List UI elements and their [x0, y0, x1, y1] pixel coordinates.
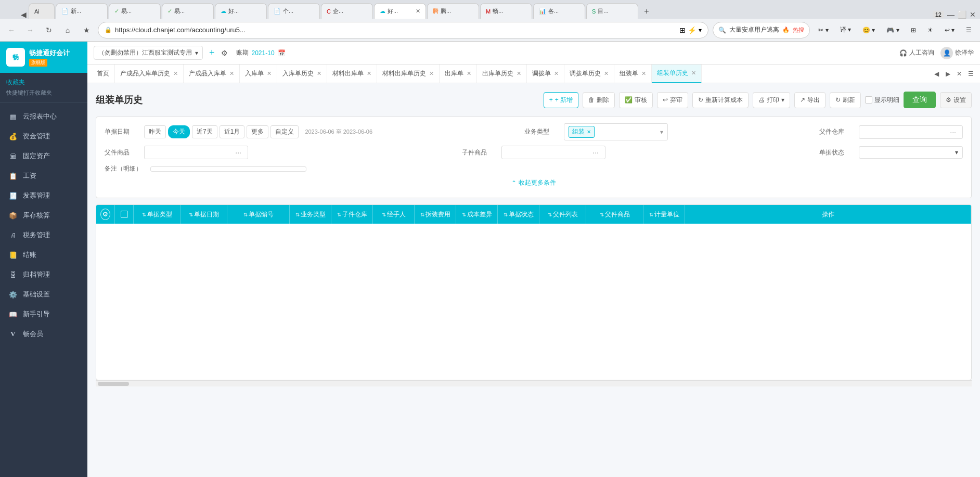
- delete-button[interactable]: 🗑 删除: [583, 92, 615, 108]
- audit-button[interactable]: ✅ 审核: [619, 92, 653, 108]
- tab-in-hist[interactable]: 入库单历史 ✕: [277, 65, 327, 83]
- tab-close-icon[interactable]: ✕: [173, 70, 178, 77]
- tab-assembly[interactable]: 组装单 ✕: [614, 65, 652, 83]
- sun-tool[interactable]: ☀: [923, 23, 937, 37]
- tab-close-icon[interactable]: ✕: [367, 70, 371, 77]
- qr-icon[interactable]: ⊞: [679, 26, 686, 34]
- tab-yi1[interactable]: ✓ 易...: [109, 3, 161, 19]
- tab-close-icon[interactable]: ✕: [604, 70, 609, 77]
- export-button[interactable]: ↗ 导出: [794, 92, 826, 108]
- th-type[interactable]: ⇅ 单据类型: [134, 205, 180, 224]
- biz-type-dropdown-icon[interactable]: ▾: [660, 128, 663, 136]
- status-select[interactable]: ▾: [859, 146, 963, 159]
- sidebar-item-archive[interactable]: 🗄 归档管理: [0, 265, 87, 285]
- parent-goods-input[interactable]: ···: [144, 146, 248, 159]
- tabs-close-button[interactable]: ✕: [954, 69, 964, 79]
- th-parent-list[interactable]: ⇅ 父件列表: [539, 205, 586, 224]
- tab-personal[interactable]: 📄 个...: [268, 3, 320, 19]
- tab-close-icon[interactable]: ✕: [554, 70, 559, 77]
- settings-button[interactable]: ⚙: [221, 49, 228, 57]
- tab-transfer-hist[interactable]: 调拨单历史 ✕: [564, 65, 614, 83]
- th-handler[interactable]: ⇅ 经手人: [373, 205, 415, 224]
- date-btn-today[interactable]: 今天: [168, 125, 190, 138]
- tab-mat-out[interactable]: 材料出库单 ✕: [327, 65, 377, 83]
- undo-tool[interactable]: ↩ ▾: [940, 23, 959, 37]
- favorites-title[interactable]: 收藏夹: [6, 78, 81, 87]
- tab-out-order[interactable]: 出库单 ✕: [440, 65, 477, 83]
- tab-close-icon[interactable]: ✕: [317, 70, 321, 77]
- table-settings-icon[interactable]: ⚙: [100, 209, 110, 220]
- sidebar-item-tax[interactable]: 🖨 税务管理: [0, 225, 87, 245]
- settings-button[interactable]: ⚙ 设置: [940, 92, 972, 108]
- th-status[interactable]: ⇅ 单据状态: [498, 205, 539, 224]
- tab-new[interactable]: 📄 新...: [56, 3, 108, 19]
- th-biz-type[interactable]: ⇅ 业务类型: [290, 205, 331, 224]
- date-btn-yesterday[interactable]: 昨天: [144, 125, 166, 138]
- biz-type-input[interactable]: 组装 ✕ ▾: [564, 123, 668, 140]
- translate-tool[interactable]: 译 ▾: [836, 23, 855, 37]
- tabs-next-button[interactable]: ▶: [943, 69, 953, 79]
- th-cost[interactable]: ⇅ 拆装费用: [415, 205, 456, 224]
- tab-tencent[interactable]: 腾 腾...: [427, 3, 479, 19]
- scrollbar-thumb[interactable]: [98, 382, 129, 386]
- grid-tool[interactable]: ⊞: [907, 23, 920, 37]
- tab-out-hist[interactable]: 出库单历史 ✕: [477, 65, 527, 83]
- th-checkbox[interactable]: [115, 205, 134, 224]
- browser-restore-icon[interactable]: ⬜: [958, 10, 966, 19]
- parent-warehouse-input[interactable]: ···: [859, 125, 963, 139]
- th-warehouse[interactable]: ⇅ 子件仓库: [331, 205, 373, 224]
- th-diff[interactable]: ⇅ 成本差异: [456, 205, 498, 224]
- note-input[interactable]: [150, 166, 306, 172]
- tab-close-icon[interactable]: ✕: [691, 70, 696, 76]
- user-avatar[interactable]: 👤 徐泽华: [940, 47, 974, 59]
- sidebar-item-guide[interactable]: 📖 新手引导: [0, 304, 87, 324]
- sidebar-item-fixed[interactable]: 🏛 固定资产: [0, 146, 87, 166]
- browser-close-icon[interactable]: ✕: [970, 10, 976, 19]
- tab-close-icon[interactable]: ✕: [429, 70, 434, 77]
- add-company-button[interactable]: +: [207, 47, 217, 58]
- sidebar-item-salary[interactable]: 📋 工资: [0, 166, 87, 186]
- abandon-button[interactable]: ↩ 弃审: [657, 92, 688, 108]
- parent-warehouse-dots[interactable]: ···: [948, 128, 958, 136]
- address-dropdown-icon[interactable]: ▾: [699, 27, 702, 34]
- tab-prod-in[interactable]: 产成品入库单 ✕: [184, 65, 240, 83]
- tab-enterprise[interactable]: C 企...: [321, 3, 373, 19]
- tab-close-icon[interactable]: ✕: [267, 70, 272, 77]
- tab-home[interactable]: 首页: [92, 65, 115, 83]
- nav-bookmark-button[interactable]: ★: [79, 23, 94, 37]
- th-parent-goods[interactable]: ⇅ 父件商品: [586, 205, 643, 224]
- sidebar-item-settings[interactable]: ⚙️ 基础设置: [0, 285, 87, 304]
- tab-mail[interactable]: M 畅...: [480, 3, 532, 19]
- th-date[interactable]: ⇅ 单据日期: [180, 205, 227, 224]
- emoji-tool[interactable]: 😊 ▾: [858, 23, 879, 37]
- scissors-tool[interactable]: ✂ ▾: [814, 23, 832, 37]
- tab-hao1[interactable]: ☁ 好...: [215, 3, 267, 19]
- th-number[interactable]: ⇅ 单据编号: [227, 205, 290, 224]
- support-button[interactable]: 🎧 人工咨询: [899, 48, 934, 57]
- print-button[interactable]: 🖨 打印 ▾: [753, 92, 790, 108]
- tab-in-order[interactable]: 入库单 ✕: [240, 65, 277, 83]
- browser-min-icon[interactable]: —: [947, 10, 955, 19]
- tab-yi2[interactable]: ✓ 易...: [162, 3, 214, 19]
- tab-hao2[interactable]: ☁ 好... ✕: [374, 3, 426, 19]
- tabs-more-button[interactable]: ☰: [965, 69, 976, 79]
- th-settings[interactable]: ⚙: [96, 205, 115, 224]
- company-selector[interactable]: （勿删勿禁用）江西服宝测试专用 ▾: [94, 46, 203, 60]
- tab-prod-in-hist[interactable]: 产成品入库单历史 ✕: [115, 65, 184, 83]
- collapse-button[interactable]: ⌃ 收起更多条件: [105, 178, 963, 187]
- sidebar-item-settle[interactable]: 📒 结账: [0, 245, 87, 265]
- child-goods-input[interactable]: ···: [501, 146, 605, 159]
- date-btn-more[interactable]: 更多: [247, 125, 268, 138]
- header-checkbox[interactable]: [121, 211, 128, 218]
- sidebar-item-member[interactable]: V 畅会员: [0, 324, 87, 344]
- tab-mat-out-hist[interactable]: 材料出库单历史 ✕: [377, 65, 440, 83]
- nav-forward-button[interactable]: →: [23, 23, 37, 37]
- query-button[interactable]: 查询: [904, 92, 936, 108]
- search-box[interactable]: 🔍 大量安卓用户逃离 🔥 热搜: [713, 22, 810, 38]
- show-detail-checkbox[interactable]: 显示明细: [865, 96, 899, 105]
- nav-back-button[interactable]: ←: [4, 23, 19, 37]
- tab-sheets[interactable]: 📊 各...: [533, 3, 585, 19]
- detail-checkbox-box[interactable]: [865, 96, 872, 104]
- tab-transfer[interactable]: 调拨单 ✕: [527, 65, 564, 83]
- tab-assembly-hist[interactable]: 组装单历史 ✕: [652, 65, 702, 83]
